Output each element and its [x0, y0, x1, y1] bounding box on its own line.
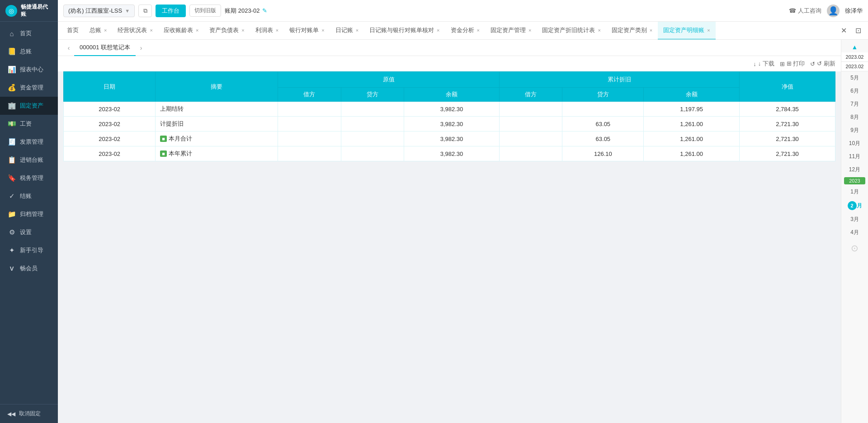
tab-bank-verify-close[interactable]: × [437, 28, 439, 33]
tax-icon: 🔖 [7, 174, 16, 183]
active-month-dot: 2 [848, 201, 857, 210]
sidebar-item-close[interactable]: ✓ 结账 [0, 187, 58, 205]
sidebar-item-sales[interactable]: 📋 进销台账 [0, 151, 58, 169]
sidebar-item-member[interactable]: V 畅会员 [0, 259, 58, 277]
tab-fa-mgmt-label: 固定资产管理 [491, 26, 526, 34]
row-accum-debit [500, 132, 562, 146]
date-nav-month-7[interactable]: 7月 [841, 98, 868, 111]
sidebar-item-label: 结账 [20, 192, 32, 200]
tab-fa-depr-close[interactable]: × [598, 28, 600, 33]
archive-icon: 📁 [7, 210, 16, 219]
tab-fa-type[interactable]: 固定资产类别 × [606, 22, 658, 40]
support-button[interactable]: ☎ 人工咨询 [789, 7, 821, 15]
sidebar-item-invoice[interactable]: 🧾 发票管理 [0, 133, 58, 151]
tab-fa-detail-close[interactable]: × [707, 28, 710, 33]
company-name: (劝名) 江西服室-LSS [68, 7, 122, 15]
tab-ledger[interactable]: 总账 × [84, 22, 112, 40]
tab-receivable-close[interactable]: × [196, 28, 198, 33]
date-nav-up-button[interactable]: ▲ [841, 42, 868, 52]
refresh-icon: ↺ [810, 61, 815, 67]
tab-funds-close[interactable]: × [477, 28, 480, 33]
refresh-button[interactable]: ↺ ↺ 刷新 [810, 60, 835, 68]
sidebar-item-label: 设置 [20, 228, 32, 236]
tab-balance-close[interactable]: × [241, 28, 244, 33]
tab-bank-verify[interactable]: 日记账与银行对账单核对 × [364, 22, 445, 40]
tab-funds[interactable]: 资金分析 × [445, 22, 485, 40]
tab-profit-close[interactable]: × [276, 28, 278, 33]
print-button[interactable]: ⊞ ⊞ 打印 [780, 60, 805, 68]
sidebar-item-reports[interactable]: 📊 报表中心 [0, 61, 58, 79]
date-nav-month-9[interactable]: 9月 [841, 124, 868, 137]
sub-tab-next-button[interactable]: › [136, 42, 146, 53]
period-edit-icon[interactable]: ✎ [262, 7, 267, 14]
sidebar-item-archive[interactable]: 📁 归档管理 [0, 205, 58, 223]
date-nav-month-6[interactable]: 6月 [841, 85, 868, 98]
tab-home[interactable]: 首页 [61, 22, 84, 40]
tab-receivable-label: 应收账龄表 [164, 26, 193, 34]
sidebar-item-home[interactable]: ⌂ 首页 [0, 24, 58, 42]
user-avatar[interactable]: 👤 [827, 5, 840, 17]
date-nav-scroll-icon[interactable]: ⊙ [851, 239, 859, 257]
date-nav-month-10[interactable]: 10月 [841, 137, 868, 150]
sub-tab-prev-button[interactable]: ‹ [63, 42, 74, 53]
sidebar-item-payroll[interactable]: 💵 工资 [0, 115, 58, 133]
sidebar-item-funds[interactable]: 💰 资金管理 [0, 79, 58, 97]
guide-icon: ✦ [7, 246, 16, 255]
username-label[interactable]: 徐泽华 [845, 7, 863, 15]
date-nav-month-1[interactable]: 1月 [841, 185, 868, 198]
sidebar-logo: ◎ 畅捷通易代账 [0, 0, 58, 22]
tab-fa-detail[interactable]: 固定资产明细账 × [658, 22, 715, 40]
row-orig-credit [341, 102, 404, 117]
sidebar-item-label: 首页 [20, 29, 32, 38]
row-orig-balance: 3,982.30 [404, 132, 500, 146]
tab-journal[interactable]: 日记账 × [330, 22, 364, 40]
col-header-accumulated-depreciation: 累计折旧 [500, 72, 740, 88]
sidebar-item-ledger[interactable]: 📒 总账 [0, 42, 58, 61]
expand-tabs-button[interactable]: ⊡ [852, 24, 864, 37]
date-nav-month-11[interactable]: 11月 [841, 150, 868, 163]
copy-company-button[interactable]: ⧉ [138, 5, 152, 17]
tab-bank-close[interactable]: × [321, 28, 324, 33]
tab-journal-close[interactable]: × [356, 28, 359, 33]
sidebar-item-guide[interactable]: ✦ 新手引导 [0, 241, 58, 259]
col-header-net-value: 净值 [740, 72, 835, 102]
tab-fa-depr[interactable]: 固定资产折旧统计表 × [537, 22, 606, 40]
date-nav-month-3[interactable]: 3月 [841, 213, 868, 226]
tab-balance[interactable]: 资产负债表 × [204, 22, 250, 40]
company-selector[interactable]: (劝名) 江西服室-LSS ▼ [63, 5, 135, 17]
date-nav-month-4[interactable]: 4月 [841, 226, 868, 239]
tab-fa-type-close[interactable]: × [650, 28, 652, 33]
row-orig-credit [341, 117, 404, 132]
row-description: ■本年累计 [156, 146, 278, 161]
col-header-accum-credit: 贷方 [562, 88, 644, 102]
date-nav-month-5[interactable]: 5月 [841, 71, 868, 85]
download-button[interactable]: ↓ ↓ 下载 [753, 60, 774, 68]
row-orig-debit [278, 102, 341, 117]
sidebar-item-settings[interactable]: ⚙ 设置 [0, 223, 58, 241]
switch-version-button[interactable]: 切到旧版 [189, 5, 221, 17]
row-tag: ■ [160, 150, 167, 157]
date-nav-month-2[interactable]: 2月 [841, 198, 868, 213]
refresh-label: ↺ 刷新 [817, 60, 835, 68]
sub-tab-asset-001[interactable]: 000001 联想笔记本 [74, 40, 136, 56]
sidebar-item-label: 发票管理 [20, 138, 43, 146]
tab-ledger-close[interactable]: × [104, 28, 107, 33]
sidebar-footer-unpin[interactable]: ◀◀ 取消固定 [0, 404, 58, 423]
tab-fa-mgmt[interactable]: 固定资产管理 × [485, 22, 537, 40]
tab-status-close[interactable]: × [150, 28, 152, 33]
sidebar-item-tax[interactable]: 🔖 税务管理 [0, 169, 58, 187]
row-orig-balance: 3,982.30 [404, 146, 500, 161]
tab-bank[interactable]: 银行对账单 × [284, 22, 330, 40]
tab-profit[interactable]: 利润表 × [250, 22, 284, 40]
sidebar-item-label: 总账 [20, 47, 32, 56]
date-nav-month-8[interactable]: 8月 [841, 111, 868, 124]
tab-status[interactable]: 经营状况表 × [112, 22, 158, 40]
row-date: 2023-02 [64, 102, 156, 117]
tab-fa-mgmt-close[interactable]: × [528, 28, 531, 33]
tab-bank-verify-label: 日记账与银行对账单核对 [369, 26, 434, 34]
close-all-tabs-button[interactable]: ✕ [837, 24, 850, 37]
workbench-button[interactable]: 工作台 [156, 5, 186, 17]
date-nav-month-12[interactable]: 12月 [841, 163, 868, 176]
tab-receivable[interactable]: 应收账龄表 × [158, 22, 204, 40]
sidebar-item-fixed-assets[interactable]: 🏢 固定资产 [0, 97, 58, 115]
